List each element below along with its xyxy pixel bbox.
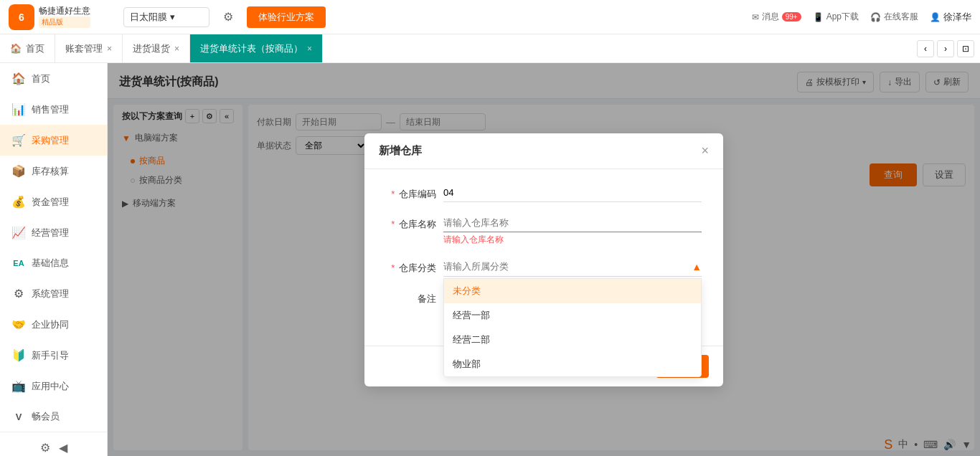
sidebar-bottom: ⚙ ◀ bbox=[0, 432, 107, 456]
tab-purchase-stats[interactable]: 进货单统计表（按商品） × bbox=[190, 34, 323, 62]
online-service-button[interactable]: 🎧 在线客服 bbox=[870, 11, 918, 23]
main-layout: 🏠 首页 📊 销售管理 🛒 采购管理 📦 库存核算 💰 资金管理 📈 经营管理 … bbox=[0, 63, 980, 456]
sidebar-label-home: 首页 bbox=[32, 72, 50, 85]
category-input-wrap: ▲ 未分类 经营一部 经营二部 物业部 bbox=[443, 257, 702, 277]
modal-header: 新增仓库 × bbox=[364, 133, 723, 169]
sidebar-label-inventory: 库存核算 bbox=[32, 165, 69, 178]
user-name: 徐泽华 bbox=[943, 11, 971, 24]
nav-next-button[interactable]: › bbox=[937, 40, 954, 57]
name-required-star: * bbox=[391, 219, 395, 229]
code-required-star: * bbox=[391, 189, 395, 199]
purchase-icon: 🛒 bbox=[11, 133, 26, 147]
modal-close-button[interactable]: × bbox=[701, 143, 709, 158]
sidebar-label-system: 系统管理 bbox=[32, 288, 69, 300]
nav-prev-button[interactable]: ‹ bbox=[917, 40, 934, 57]
experience-button[interactable]: 体验行业方案 bbox=[247, 6, 326, 28]
dropdown-item-property[interactable]: 物业部 bbox=[444, 352, 701, 376]
sidebar-item-operations[interactable]: 📈 经营管理 bbox=[0, 217, 107, 248]
code-input-wrap bbox=[443, 184, 702, 202]
system-icon: ⚙ bbox=[11, 287, 26, 300]
code-input[interactable] bbox=[443, 184, 702, 202]
nav-controls: ‹ › ⊡ bbox=[911, 34, 980, 62]
headset-icon: 🎧 bbox=[870, 12, 881, 22]
modal-body: * 仓库编码 * 仓库名称 bbox=[364, 169, 723, 346]
sidebar: 🏠 首页 📊 销售管理 🛒 采购管理 📦 库存核算 💰 资金管理 📈 经营管理 … bbox=[0, 63, 108, 456]
nav-expand-button[interactable]: ⊡ bbox=[957, 40, 974, 57]
account-tab-close[interactable]: × bbox=[107, 44, 112, 54]
sidebar-item-member[interactable]: V 畅会员 bbox=[0, 402, 107, 432]
purchase-stats-tab-close[interactable]: × bbox=[307, 44, 312, 54]
header-right: ✉ 消息 99+ 📱 App下载 🎧 在线客服 👤 徐泽华 bbox=[752, 11, 971, 24]
store-name: 日太阳膜 bbox=[130, 11, 167, 24]
user-area[interactable]: 👤 徐泽华 bbox=[930, 11, 971, 24]
category-input[interactable] bbox=[443, 261, 692, 272]
account-tab-label: 账套管理 bbox=[65, 42, 103, 55]
category-caret-icon[interactable]: ▲ bbox=[692, 261, 702, 272]
sidebar-item-inventory[interactable]: 📦 库存核算 bbox=[0, 156, 107, 186]
app-download-label: App下载 bbox=[826, 11, 859, 23]
tab-home[interactable]: 🏠 首页 bbox=[0, 34, 55, 62]
finance-icon: 💰 bbox=[11, 195, 26, 209]
dropdown-item-dept2[interactable]: 经营二部 bbox=[444, 328, 701, 352]
logo-area: 6 畅捷通好生意 精品版 bbox=[9, 4, 116, 30]
sales-icon: 📊 bbox=[11, 103, 26, 116]
remark-field-label: 备注 bbox=[386, 288, 443, 305]
sidebar-item-sales[interactable]: 📊 销售管理 bbox=[0, 94, 107, 125]
category-select-input[interactable]: ▲ bbox=[443, 257, 702, 277]
store-selector[interactable]: 日太阳膜 ▾ bbox=[123, 7, 209, 27]
sidebar-label-app-center: 应用中心 bbox=[32, 380, 69, 393]
sidebar-item-purchase[interactable]: 🛒 采购管理 bbox=[0, 125, 107, 156]
sidebar-item-guide[interactable]: 🔰 新手引导 bbox=[0, 340, 107, 371]
purchase-stats-tab-label: 进货单统计表（按商品） bbox=[200, 42, 303, 55]
sidebar-label-basic-info: 基础信息 bbox=[32, 257, 69, 270]
name-input-wrap: 请输入仓库名称 bbox=[443, 214, 702, 246]
sidebar-label-finance: 资金管理 bbox=[32, 196, 69, 209]
phone-icon: 📱 bbox=[813, 12, 824, 22]
category-dropdown-list: 未分类 经营一部 经营二部 物业部 bbox=[443, 278, 702, 377]
tab-account[interactable]: 账套管理 × bbox=[55, 34, 123, 62]
sidebar-label-operations: 经营管理 bbox=[32, 227, 69, 239]
purchase-return-tab-close[interactable]: × bbox=[174, 44, 179, 54]
sidebar-label-enterprise: 企业协同 bbox=[32, 318, 69, 331]
code-field-label: * 仓库编码 bbox=[386, 184, 443, 201]
dropdown-item-dept1[interactable]: 经营一部 bbox=[444, 303, 701, 328]
name-input[interactable] bbox=[443, 214, 702, 232]
sidebar-item-app-center[interactable]: 📺 应用中心 bbox=[0, 371, 107, 402]
dropdown-item-unclassified[interactable]: 未分类 bbox=[444, 279, 701, 303]
sidebar-label-purchase: 采购管理 bbox=[32, 134, 69, 147]
online-service-label: 在线客服 bbox=[884, 11, 918, 23]
sidebar-label-member: 畅会员 bbox=[32, 410, 60, 423]
name-field-label: * 仓库名称 bbox=[386, 214, 443, 231]
settings-icon-button[interactable]: ⚙ bbox=[217, 6, 240, 29]
category-required-star: * bbox=[391, 262, 395, 273]
tab-purchase-return[interactable]: 进货退货 × bbox=[123, 34, 190, 62]
home-icon: 🏠 bbox=[11, 72, 26, 85]
logo-icon: 6 bbox=[9, 4, 34, 30]
name-form-row: * 仓库名称 请输入仓库名称 bbox=[386, 214, 702, 246]
message-icon: ✉ bbox=[752, 12, 759, 22]
basic-info-icon: EA bbox=[11, 259, 26, 267]
sidebar-item-enterprise[interactable]: 🤝 企业协同 bbox=[0, 309, 107, 340]
app-center-icon: 📺 bbox=[11, 379, 26, 393]
category-field-label: * 仓库分类 bbox=[386, 257, 443, 275]
sidebar-item-home[interactable]: 🏠 首页 bbox=[0, 63, 107, 94]
sidebar-settings-icon[interactable]: ⚙ bbox=[40, 441, 50, 455]
sidebar-collapse-icon[interactable]: ◀ bbox=[59, 441, 67, 455]
sidebar-item-system[interactable]: ⚙ 系统管理 bbox=[0, 278, 107, 309]
message-label: 消息 bbox=[762, 11, 779, 23]
top-header: 6 畅捷通好生意 精品版 日太阳膜 ▾ ⚙ 体验行业方案 ✉ 消息 99+ 📱 … bbox=[0, 0, 980, 34]
purchase-return-tab-label: 进货退货 bbox=[133, 42, 170, 55]
guide-icon: 🔰 bbox=[11, 348, 26, 362]
member-icon: V bbox=[11, 412, 26, 422]
home-tab-icon: 🏠 bbox=[10, 43, 22, 54]
app-download-button[interactable]: 📱 App下载 bbox=[813, 11, 859, 23]
sidebar-item-basic-info[interactable]: EA 基础信息 bbox=[0, 248, 107, 278]
home-tab-label: 首页 bbox=[26, 42, 44, 55]
message-badge: 99+ bbox=[782, 12, 801, 22]
add-warehouse-modal: 新增仓库 × * 仓库编码 bbox=[364, 133, 723, 386]
sidebar-item-finance[interactable]: 💰 资金管理 bbox=[0, 186, 107, 217]
user-avatar-icon: 👤 bbox=[930, 12, 941, 22]
store-dropdown-icon: ▾ bbox=[170, 11, 175, 22]
message-button[interactable]: ✉ 消息 99+ bbox=[752, 11, 801, 23]
category-form-row: * 仓库分类 ▲ 未分类 经营一部 经营二部 bbox=[386, 257, 702, 277]
